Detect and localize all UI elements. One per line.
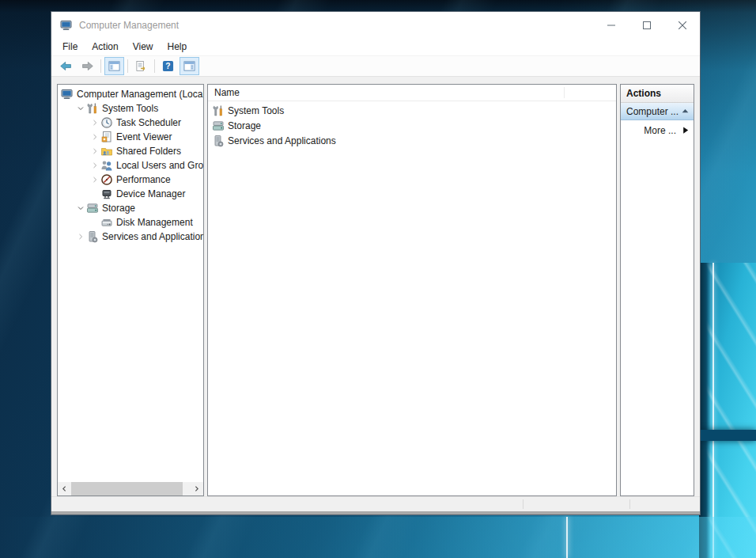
help-button[interactable]: ? bbox=[158, 57, 178, 75]
console-tree-pane: Computer Management (LocalSystem ToolsTa… bbox=[57, 84, 204, 496]
action-pane-icon bbox=[183, 60, 196, 72]
chevron-right-icon[interactable] bbox=[89, 146, 100, 157]
scroll-right-arrow-icon[interactable] bbox=[190, 482, 203, 495]
chevron-right-icon[interactable] bbox=[89, 117, 100, 128]
column-separator[interactable] bbox=[564, 87, 565, 98]
title-bar[interactable]: Computer Management bbox=[51, 12, 700, 38]
tree-item-label: Storage bbox=[102, 203, 135, 214]
actions-group-label: Computer ... bbox=[626, 106, 681, 117]
window-controls bbox=[593, 12, 700, 38]
menu-help[interactable]: Help bbox=[161, 39, 195, 55]
actions-title-label: Actions bbox=[626, 88, 661, 99]
window-title: Computer Management bbox=[79, 20, 179, 31]
name-column-header[interactable]: Name bbox=[208, 85, 616, 101]
services-icon bbox=[212, 135, 225, 147]
tree-item-system-tools[interactable]: System Tools bbox=[58, 101, 203, 116]
name-column-label: Name bbox=[214, 87, 240, 98]
storage-icon bbox=[86, 202, 99, 214]
toolbar-separator bbox=[127, 59, 128, 73]
chevron-right-icon[interactable] bbox=[89, 174, 100, 185]
forward-button[interactable] bbox=[77, 57, 97, 75]
tree-item-storage[interactable]: Storage bbox=[58, 201, 203, 215]
tree-item-label: System Tools bbox=[102, 103, 158, 114]
show-action-pane-button[interactable] bbox=[180, 57, 199, 75]
list-item-label: Storage bbox=[228, 120, 261, 131]
toolbar-separator bbox=[100, 59, 101, 73]
chevron-right-icon[interactable] bbox=[75, 231, 86, 242]
list-item-label: Services and Applications bbox=[228, 135, 336, 146]
tree-item-disk-management[interactable]: Disk Management bbox=[58, 215, 203, 230]
minimize-button[interactable] bbox=[593, 12, 629, 38]
list-item-storage[interactable]: Storage bbox=[208, 118, 616, 133]
list-item-services-and-applications[interactable]: Services and Applications bbox=[208, 133, 616, 148]
status-bar bbox=[51, 496, 700, 511]
console-workarea: Computer Management (LocalSystem ToolsTa… bbox=[51, 77, 700, 496]
actions-more-item[interactable]: More ... bbox=[621, 120, 694, 140]
tree-item-local-users-and-groups[interactable]: Local Users and Groups bbox=[58, 158, 203, 173]
scroll-left-arrow-icon[interactable] bbox=[58, 482, 71, 495]
wallpaper-white-line bbox=[713, 263, 714, 558]
export-list-button[interactable] bbox=[131, 57, 151, 75]
tree-item-label: Shared Folders bbox=[116, 146, 181, 157]
menu-view[interactable]: View bbox=[126, 39, 161, 55]
scrollbar-thumb[interactable] bbox=[71, 482, 183, 495]
tree-item-shared-folders[interactable]: Shared Folders bbox=[58, 144, 203, 158]
tree-item-computer-management-local[interactable]: Computer Management (Local bbox=[58, 87, 203, 101]
console-tree: Computer Management (LocalSystem ToolsTa… bbox=[58, 85, 203, 482]
tree-item-label: Device Manager bbox=[116, 188, 185, 199]
results-list-pane: Name System ToolsStorageServices and App… bbox=[207, 84, 617, 496]
list-item-system-tools[interactable]: System Tools bbox=[208, 103, 616, 118]
tree-item-event-viewer[interactable]: Event Viewer bbox=[58, 130, 203, 144]
actions-group-computer[interactable]: Computer ... bbox=[621, 103, 694, 120]
list-item-label: System Tools bbox=[228, 105, 284, 116]
show-console-tree-button[interactable] bbox=[104, 57, 124, 75]
window-resize-edge[interactable] bbox=[51, 511, 700, 514]
tree-item-label: Computer Management (Local bbox=[77, 89, 203, 100]
help-icon: ? bbox=[161, 60, 175, 72]
event-viewer-icon bbox=[100, 131, 113, 143]
wallpaper-dark-bar bbox=[699, 263, 711, 558]
back-arrow-icon bbox=[59, 60, 73, 72]
chevron-right-icon[interactable] bbox=[89, 160, 100, 171]
console-tree-icon bbox=[108, 60, 121, 72]
status-bar-separator bbox=[629, 499, 630, 509]
tree-item-services-and-applications[interactable]: Services and Applications bbox=[58, 230, 203, 244]
tree-item-label: Disk Management bbox=[116, 217, 193, 228]
collapse-group-icon[interactable] bbox=[681, 107, 690, 116]
maximize-icon bbox=[643, 21, 651, 29]
computer-management-window: Computer Management FileActionViewHelp ?… bbox=[51, 11, 701, 515]
chevron-spacer bbox=[89, 217, 100, 228]
actions-pane: Actions Computer ... More ... bbox=[620, 84, 694, 496]
wallpaper-bottom-line bbox=[566, 517, 568, 558]
svg-text:?: ? bbox=[165, 62, 170, 70]
computer-icon bbox=[60, 19, 73, 32]
tools-icon bbox=[212, 104, 225, 117]
close-icon bbox=[679, 21, 686, 29]
users-icon bbox=[100, 159, 113, 172]
disk-management-icon bbox=[100, 216, 113, 229]
actions-pane-title: Actions bbox=[621, 85, 694, 103]
maximize-button[interactable] bbox=[629, 12, 664, 38]
tree-item-label: Task Scheduler bbox=[116, 117, 181, 128]
chevron-down-icon[interactable] bbox=[75, 103, 86, 114]
back-button[interactable] bbox=[56, 57, 76, 75]
tree-item-performance[interactable]: Performance bbox=[58, 173, 203, 187]
chevron-right-icon[interactable] bbox=[89, 131, 100, 142]
tree-horizontal-scrollbar[interactable] bbox=[58, 482, 203, 495]
services-icon bbox=[86, 230, 99, 243]
task-scheduler-icon bbox=[100, 116, 113, 129]
tree-item-task-scheduler[interactable]: Task Scheduler bbox=[58, 116, 203, 130]
close-button[interactable] bbox=[664, 12, 700, 38]
shared-folders-icon bbox=[100, 145, 113, 158]
toolbar-separator bbox=[154, 59, 155, 73]
results-list: System ToolsStorageServices and Applicat… bbox=[208, 101, 616, 148]
menu-bar: FileActionViewHelp bbox=[51, 38, 700, 55]
chevron-down-icon[interactable] bbox=[75, 203, 86, 214]
storage-icon bbox=[212, 120, 225, 132]
tree-item-label: Local Users and Groups bbox=[116, 160, 203, 171]
chevron-spacer bbox=[89, 188, 100, 199]
forward-arrow-icon bbox=[81, 60, 94, 72]
menu-file[interactable]: File bbox=[55, 39, 85, 55]
menu-action[interactable]: Action bbox=[85, 39, 125, 55]
tree-item-device-manager[interactable]: Device Manager bbox=[58, 187, 203, 201]
